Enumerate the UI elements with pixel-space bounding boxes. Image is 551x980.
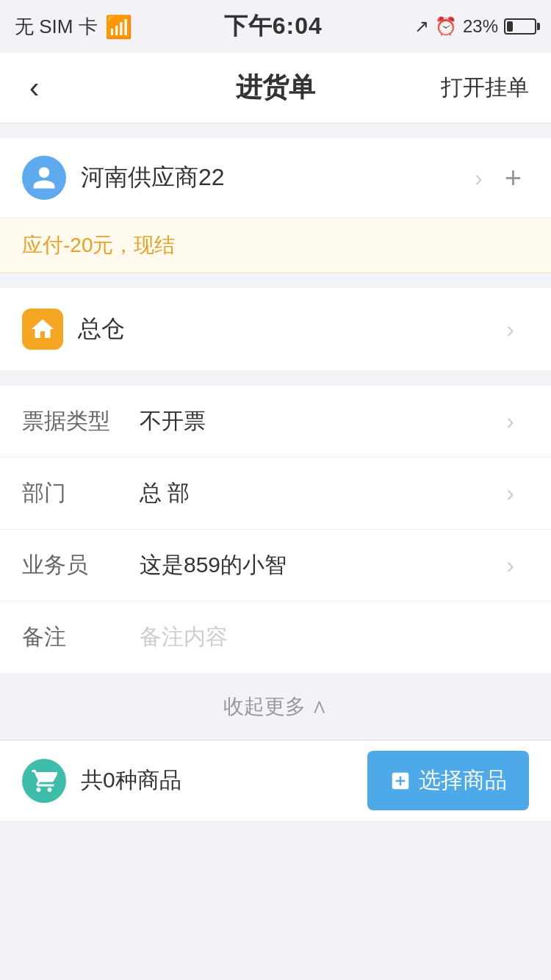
bottom-bar: 共0种商品 选择商品 bbox=[0, 740, 551, 821]
warehouse-chevron-icon: › bbox=[506, 316, 514, 343]
salesperson-value: 这是859的小智 bbox=[140, 550, 506, 580]
collapse-label: 收起更多 ∧ bbox=[223, 693, 328, 721]
notice-text: 应付-20元，现结 bbox=[22, 234, 175, 256]
salesperson-label: 业务员 bbox=[22, 550, 140, 580]
warehouse-section: 总仓 › bbox=[0, 288, 551, 371]
salesperson-row[interactable]: 业务员 这是859的小智 › bbox=[0, 530, 551, 602]
collapse-row[interactable]: 收起更多 ∧ bbox=[0, 674, 551, 740]
invoice-type-chevron-icon: › bbox=[506, 408, 514, 435]
form-section: 票据类型 不开票 › 部门 总 部 › 业务员 这是859的小智 › 备注 备注… bbox=[0, 386, 551, 674]
battery-icon bbox=[504, 18, 536, 35]
add-button[interactable]: + bbox=[497, 162, 529, 195]
supplier-row[interactable]: 河南供应商22 › + bbox=[0, 138, 551, 218]
salesperson-chevron-icon: › bbox=[506, 552, 514, 579]
alarm-icon: ⏰ bbox=[435, 16, 457, 37]
invoice-type-label: 票据类型 bbox=[22, 406, 140, 436]
remark-label: 备注 bbox=[22, 622, 140, 652]
status-bar: 无 SIM 卡 📶 下午6:04 ↗ ⏰ 23% bbox=[0, 0, 551, 53]
select-product-icon bbox=[389, 770, 411, 792]
carrier-text: 无 SIM 卡 bbox=[15, 14, 98, 40]
wifi-icon: 📶 bbox=[105, 14, 132, 40]
warehouse-icon bbox=[29, 316, 56, 342]
nav-title: 进货单 bbox=[236, 70, 315, 106]
department-value: 总 部 bbox=[140, 478, 506, 508]
warehouse-icon-container bbox=[22, 309, 63, 350]
department-row[interactable]: 部门 总 部 › bbox=[0, 458, 551, 530]
department-label: 部门 bbox=[22, 478, 140, 508]
notice-banner: 应付-20元，现结 bbox=[0, 218, 551, 273]
status-left: 无 SIM 卡 📶 bbox=[15, 14, 132, 40]
supplier-avatar bbox=[22, 156, 66, 200]
location-icon: ↗ bbox=[414, 16, 429, 37]
back-button[interactable]: ‹ bbox=[22, 64, 46, 112]
product-icon-container bbox=[22, 759, 66, 803]
warehouse-row[interactable]: 总仓 › bbox=[0, 288, 551, 371]
invoice-type-row[interactable]: 票据类型 不开票 › bbox=[0, 386, 551, 458]
invoice-type-value: 不开票 bbox=[140, 406, 506, 436]
sep-1 bbox=[0, 123, 551, 138]
sep-2 bbox=[0, 273, 551, 288]
department-chevron-icon: › bbox=[506, 480, 514, 507]
cart-icon bbox=[31, 768, 57, 794]
sep-3 bbox=[0, 371, 551, 386]
person-icon bbox=[31, 165, 57, 191]
status-right: ↗ ⏰ 23% bbox=[414, 16, 536, 37]
supplier-chevron-icon: › bbox=[475, 165, 483, 192]
nav-bar: ‹ 进货单 打开挂单 bbox=[0, 53, 551, 123]
remark-input[interactable]: 备注内容 bbox=[140, 622, 529, 652]
empty-area bbox=[0, 821, 551, 980]
status-time: 下午6:04 bbox=[224, 10, 323, 43]
warehouse-label: 总仓 bbox=[78, 313, 506, 345]
open-pending-button[interactable]: 打开挂单 bbox=[441, 73, 529, 103]
battery-percent: 23% bbox=[463, 16, 498, 37]
product-count-text: 共0种商品 bbox=[81, 765, 367, 796]
select-product-label: 选择商品 bbox=[419, 765, 507, 796]
select-product-button[interactable]: 选择商品 bbox=[367, 751, 529, 810]
supplier-name: 河南供应商22 bbox=[81, 162, 475, 194]
remark-row[interactable]: 备注 备注内容 bbox=[0, 602, 551, 674]
supplier-section: 河南供应商22 › + 应付-20元，现结 bbox=[0, 138, 551, 273]
